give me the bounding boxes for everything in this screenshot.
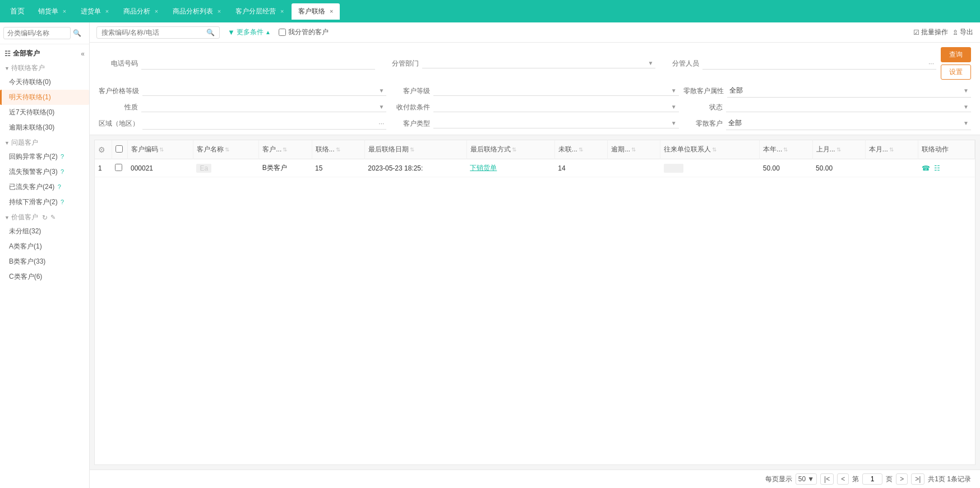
value-refresh-icon[interactable]: ↻ xyxy=(42,214,48,222)
unit-contact-blurred xyxy=(664,164,683,173)
filter-more-btn[interactable]: ▼ 更多条件 ▲ xyxy=(224,26,274,39)
sidebar-item-churn-warning[interactable]: 流失预警客户(3) ? xyxy=(0,164,89,179)
sort-type[interactable]: ⇅ xyxy=(283,146,287,153)
nav-home[interactable]: 首页 xyxy=(4,3,30,20)
sort-contact[interactable]: ⇅ xyxy=(336,146,340,153)
collapse-icon[interactable]: « xyxy=(81,50,85,58)
nav-close-purchase[interactable]: × xyxy=(105,8,109,15)
nav-close-customer-contact[interactable]: × xyxy=(330,8,333,15)
sort-overdue[interactable]: ⇅ xyxy=(631,146,636,153)
sidebar-search-input[interactable] xyxy=(3,27,71,39)
dept-caret: ▼ xyxy=(648,60,653,66)
action-phone-icon[interactable]: ☎ xyxy=(922,164,930,172)
page-input[interactable] xyxy=(862,473,882,485)
my-customers-checkbox[interactable] xyxy=(279,29,286,36)
col-gear: ⚙ xyxy=(95,140,112,159)
sidebar-item-overdue-pending[interactable]: 逾期未联络(30) xyxy=(0,120,89,135)
query-btn[interactable]: 查询 xyxy=(941,47,971,62)
pending-group-label: ▼ 待联络客户 xyxy=(0,61,89,75)
my-customers-checkbox-label[interactable]: 我分管的客户 xyxy=(279,27,329,37)
sort-code[interactable]: ⇅ xyxy=(159,146,164,153)
info-icon-0: ? xyxy=(61,153,64,160)
export-icon: ⇫ xyxy=(953,29,958,36)
sidebar-item-today-pending[interactable]: 今天待联络(0) xyxy=(0,75,89,90)
sort-this-month[interactable]: ⇅ xyxy=(889,146,894,153)
batch-ops-btn[interactable]: ☑ 批量操作 xyxy=(913,27,948,37)
sidebar-item-b-class[interactable]: B类客户(33) xyxy=(0,254,89,269)
region-dots[interactable]: ··· xyxy=(378,119,384,127)
col-type: 客户... ⇅ xyxy=(259,140,312,159)
gear-icon[interactable]: ⚙ xyxy=(98,145,105,154)
info-icon-1: ? xyxy=(61,168,64,175)
sort-last-method[interactable]: ⇅ xyxy=(512,146,516,153)
col-checkbox xyxy=(112,140,127,159)
customer-grade-select[interactable]: ▼ xyxy=(433,86,678,96)
prev-page-btn[interactable]: < xyxy=(837,473,849,485)
sort-this-year[interactable]: ⇅ xyxy=(783,146,788,153)
sidebar-item-week-pending[interactable]: 近7天待联络(0) xyxy=(0,105,89,120)
next-page-btn[interactable]: > xyxy=(896,473,908,485)
phone-input[interactable] xyxy=(141,58,375,70)
content-area: 🔍 ▼ 更多条件 ▲ 我分管的客户 ☑ 批量操作 ⇫ 导出 xyxy=(90,22,980,488)
cell-checkbox xyxy=(112,159,127,177)
filter-row-2: 客户价格等级 ▼ 客户等级 ▼ 零散客户属性 全部 xyxy=(99,84,971,98)
export-btn[interactable]: ⇫ 导出 xyxy=(953,27,973,37)
payment-select[interactable]: ▼ xyxy=(433,102,678,112)
value-edit-icon[interactable]: ✎ xyxy=(50,214,56,221)
row-checkbox[interactable] xyxy=(115,164,122,171)
sidebar-item-ungrouped[interactable]: 未分组(32) xyxy=(0,224,89,239)
sidebar-item-a-class[interactable]: A类客户(1) xyxy=(0,239,89,254)
all-customers-header: ☷ 全部客户 « xyxy=(0,44,89,61)
nav-item-customer-contact[interactable]: 客户联络 × xyxy=(292,3,340,20)
nav-close-analysis[interactable]: × xyxy=(155,8,158,15)
retail-attr-label: 零散客户属性 xyxy=(683,86,724,96)
status-select[interactable]: ▼ xyxy=(726,102,971,112)
retail-attr-select[interactable]: 全部 ▼ xyxy=(727,84,971,98)
col-this-year: 本年... ⇅ xyxy=(760,140,812,159)
select-all-checkbox[interactable] xyxy=(115,145,123,153)
sidebar-item-c-class[interactable]: C类客户(6) xyxy=(0,269,89,284)
sidebar-item-repurchase-abnormal[interactable]: 回购异常客户(2) ? xyxy=(0,149,89,164)
page-size-select[interactable]: 50 ▼ xyxy=(796,473,817,485)
value-grade-select[interactable]: ▼ xyxy=(142,86,386,96)
nav-close-customer-segment[interactable]: × xyxy=(280,8,284,15)
retail-customer-select[interactable]: 全部 ▼ xyxy=(726,117,971,130)
action-more-icon[interactable]: ☷ xyxy=(934,164,940,172)
sort-unit-contact[interactable]: ⇅ xyxy=(712,146,716,153)
dept-select[interactable]: ▼ xyxy=(422,58,656,68)
settings-btn[interactable]: 设置 xyxy=(941,65,971,80)
last-page-btn[interactable]: >| xyxy=(911,473,924,485)
sidebar-item-tomorrow-pending[interactable]: 明天待联络(1) xyxy=(0,90,89,105)
sort-name[interactable]: ⇅ xyxy=(225,146,229,153)
col-last-month: 上月... ⇅ xyxy=(812,140,865,159)
nav-close-analysis-list[interactable]: × xyxy=(218,8,221,15)
first-page-btn[interactable]: |< xyxy=(820,473,834,485)
customer-type-select[interactable]: ▼ xyxy=(433,118,678,128)
nav-item-analysis[interactable]: 商品分析 × xyxy=(117,3,165,20)
region-select[interactable]: ··· xyxy=(142,118,386,130)
sort-last-month[interactable]: ⇅ xyxy=(836,146,841,153)
nature-select[interactable]: ▼ xyxy=(141,102,386,112)
payment-caret: ▼ xyxy=(671,104,677,110)
filter-person: 分管人员 ··· xyxy=(660,58,936,70)
person-select[interactable]: ··· xyxy=(702,58,936,70)
nav-item-analysis-list[interactable]: 商品分析列表 × xyxy=(166,3,228,20)
filter-status: 状态 ▼ xyxy=(683,102,971,112)
sort-last-date[interactable]: ⇅ xyxy=(410,146,414,153)
nav-item-purchase[interactable]: 进货单 × xyxy=(74,3,115,20)
sort-not-contacted[interactable]: ⇅ xyxy=(579,146,583,153)
nav-item-sales[interactable]: 销货单 × xyxy=(31,3,73,20)
search-input[interactable] xyxy=(101,29,206,36)
last-method-link[interactable]: 下销货单 xyxy=(470,164,497,172)
sidebar-search-icon[interactable]: 🔍 xyxy=(73,29,81,37)
person-dots[interactable]: ··· xyxy=(928,59,934,67)
filter-retail-customer: 零散客户 全部 ▼ xyxy=(683,117,971,130)
nav-item-customer-segment[interactable]: 客户分层经营 × xyxy=(229,3,290,20)
toolbar-right: ☑ 批量操作 ⇫ 导出 xyxy=(913,27,973,37)
sidebar-item-declining[interactable]: 持续下滑客户(2) ? xyxy=(0,195,89,210)
retail-attr-caret: ▼ xyxy=(963,88,969,94)
sidebar-item-churned[interactable]: 已流失客户(24) ? xyxy=(0,179,89,195)
nav-close-sales[interactable]: × xyxy=(63,8,66,15)
top-nav: 首页 销货单 × 进货单 × 商品分析 × 商品分析列表 × 客户分层经营 × … xyxy=(0,0,980,22)
search-icon[interactable]: 🔍 xyxy=(206,29,215,36)
